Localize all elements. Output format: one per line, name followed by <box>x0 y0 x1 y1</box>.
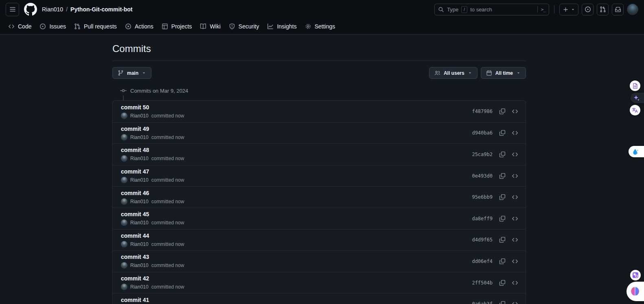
user-avatar[interactable] <box>627 4 638 15</box>
search-input[interactable]: Type / to search >_ <box>434 4 549 15</box>
browse-code-button[interactable] <box>511 150 519 159</box>
inbox-button[interactable] <box>612 4 624 15</box>
commit-meta-text: committed now <box>151 156 184 161</box>
create-new-button[interactable] <box>559 4 578 15</box>
commit-row: commit 44 Rian010 committed now d4d9f65 <box>113 229 526 251</box>
commit-hash[interactable]: f487986 <box>472 109 493 114</box>
commit-author-avatar[interactable] <box>121 284 127 290</box>
browse-code-button[interactable] <box>511 236 519 244</box>
tab-code[interactable]: Code <box>4 19 35 34</box>
commit-row: commit 43 Rian010 committed now dd06ef4 <box>113 250 526 272</box>
copy-sha-button[interactable] <box>498 215 506 223</box>
sparkles-widget-button[interactable] <box>631 93 644 103</box>
commit-author[interactable]: Rian010 <box>130 135 149 140</box>
commit-author[interactable]: Rian010 <box>130 199 149 204</box>
browse-code-button[interactable] <box>511 172 519 180</box>
commit-title[interactable]: commit 50 <box>121 104 184 111</box>
tab-settings-label: Settings <box>315 23 335 30</box>
tab-wiki[interactable]: Wiki <box>196 19 224 34</box>
commit-author-avatar[interactable] <box>121 177 127 183</box>
copy-sha-button[interactable] <box>498 279 506 287</box>
commit-author[interactable]: Rian010 <box>130 263 149 268</box>
command-palette-icon[interactable]: >_ <box>541 7 545 12</box>
water-drop-widget-button[interactable] <box>629 146 644 157</box>
translate-squares-widget-button[interactable] <box>630 270 641 280</box>
copy-sha-button[interactable] <box>498 300 506 304</box>
all-time-filter-button[interactable]: All time <box>481 67 526 79</box>
commit-author[interactable]: Rian010 <box>130 113 149 119</box>
inbox-icon <box>615 7 620 12</box>
document-icon <box>633 83 637 88</box>
commit-hash[interactable]: d4d9f65 <box>472 237 493 243</box>
commit-title[interactable]: commit 45 <box>121 211 184 217</box>
commit-hash[interactable]: dd06ef4 <box>472 258 493 264</box>
copy-sha-button[interactable] <box>498 172 506 180</box>
commit-hash[interactable]: d940ba6 <box>472 130 493 136</box>
browse-code-button[interactable] <box>511 107 519 115</box>
commit-author[interactable]: Rian010 <box>130 156 149 161</box>
copy-sha-button[interactable] <box>498 193 506 201</box>
breadcrumb-owner[interactable]: Rian010 <box>42 6 63 13</box>
commit-author-avatar[interactable] <box>121 155 127 162</box>
translate-widget-button[interactable] <box>630 105 640 115</box>
copy-sha-button[interactable] <box>498 150 506 159</box>
app-header: Rian010 / Python-Git-commit-bot Type / t… <box>0 0 644 19</box>
commit-author[interactable]: Rian010 <box>130 177 149 183</box>
calendar-icon <box>487 70 491 75</box>
copy-sha-button[interactable] <box>498 257 506 265</box>
tab-pull-requests-label: Pull requests <box>84 23 117 30</box>
commit-meta-text: committed now <box>151 220 184 226</box>
git-pull-request-icon <box>600 7 605 12</box>
commit-title[interactable]: commit 48 <box>121 147 184 153</box>
browse-code-button[interactable] <box>511 257 519 265</box>
browse-code-button[interactable] <box>511 215 519 223</box>
browse-code-button[interactable] <box>511 300 519 304</box>
tab-projects[interactable]: Projects <box>158 19 196 34</box>
commit-author[interactable]: Rian010 <box>130 284 149 290</box>
commit-hash[interactable]: 2ff504b <box>472 280 493 286</box>
ai-brain-widget-button[interactable] <box>626 282 644 301</box>
tab-issues[interactable]: Issues <box>35 19 70 34</box>
commit-author[interactable]: Rian010 <box>130 241 149 247</box>
commit-author[interactable]: Rian010 <box>130 220 149 226</box>
commit-hash[interactable]: 0e493d0 <box>472 173 493 179</box>
browse-code-button[interactable] <box>511 193 519 201</box>
commit-hash[interactable]: 0a6ab3f <box>472 301 493 304</box>
tab-settings[interactable]: Settings <box>301 19 340 34</box>
commit-title[interactable]: commit 41 <box>121 297 204 303</box>
commit-title[interactable]: commit 43 <box>121 254 184 260</box>
commit-title[interactable]: commit 44 <box>121 232 184 239</box>
hamburger-menu-button[interactable] <box>6 3 19 16</box>
tab-actions[interactable]: Actions <box>121 19 158 34</box>
copy-sha-button[interactable] <box>498 107 506 115</box>
pull-requests-dashboard-button[interactable] <box>597 4 609 15</box>
all-users-filter-button[interactable]: All users <box>429 67 478 79</box>
browse-code-button[interactable] <box>511 129 519 137</box>
commit-title[interactable]: commit 47 <box>121 168 184 175</box>
commit-hash[interactable]: 25ca9b2 <box>472 152 493 157</box>
tab-security[interactable]: Security <box>225 19 263 34</box>
commit-author-avatar[interactable] <box>121 113 127 119</box>
tab-insights[interactable]: Insights <box>263 19 300 34</box>
commit-author-avatar[interactable] <box>121 198 127 205</box>
commit-title[interactable]: commit 46 <box>121 190 184 196</box>
commit-author-avatar[interactable] <box>121 241 127 248</box>
commit-author-avatar[interactable] <box>121 219 127 226</box>
commit-author-avatar[interactable] <box>121 134 127 141</box>
commit-author-avatar[interactable] <box>121 262 127 269</box>
commit-title[interactable]: commit 42 <box>121 275 184 282</box>
commit-hash[interactable]: da8eff9 <box>472 216 493 221</box>
git-branch-icon <box>118 71 123 76</box>
branch-selector-button[interactable]: main <box>112 67 151 79</box>
github-logo-icon[interactable] <box>24 3 37 16</box>
git-commit-icon <box>120 89 126 91</box>
tab-pull-requests[interactable]: Pull requests <box>70 19 121 34</box>
copy-sha-button[interactable] <box>498 129 506 137</box>
commit-hash[interactable]: 95e6bb9 <box>472 194 493 200</box>
document-widget-button[interactable] <box>630 80 640 91</box>
browse-code-button[interactable] <box>511 279 519 287</box>
issues-dashboard-button[interactable] <box>582 4 594 15</box>
copy-sha-button[interactable] <box>498 236 506 244</box>
commit-title[interactable]: commit 49 <box>121 126 184 132</box>
breadcrumb-repo[interactable]: Python-Git-commit-bot <box>70 6 132 13</box>
